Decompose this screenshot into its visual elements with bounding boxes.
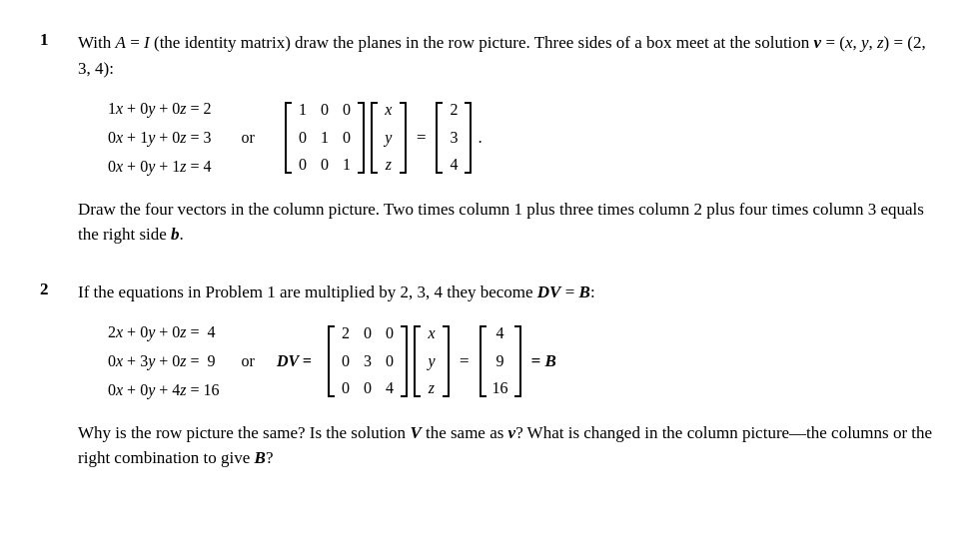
problem-1-matrix-eq: 100 010 001 x y z = [285, 95, 483, 180]
bracket-right-A [358, 102, 365, 174]
problem-number-2: 2 [40, 280, 78, 299]
vector-x2: x y z [423, 318, 441, 403]
problem-2-follow: Why is the row picture the same? Is the … [78, 420, 937, 471]
bracket-right-B [514, 325, 521, 397]
vector-x2-group: x y z [414, 318, 450, 403]
eq2-row1: 2x + 0y + 0z = 4 [108, 318, 220, 345]
problem-2-content: If the equations in Problem 1 are multip… [78, 280, 937, 475]
equals-2: = [456, 351, 474, 371]
problem-number-1: 1 [40, 30, 78, 50]
bracket-left-D [328, 325, 335, 397]
equals-1: = [413, 128, 431, 148]
problem-1-intro: With A = I (the identity matrix) draw th… [78, 30, 937, 81]
matrix-D-group: 200 030 004 [328, 318, 408, 403]
problem-1-content: With A = I (the identity matrix) draw th… [78, 30, 937, 252]
vector-B-group: 4 9 16 [480, 318, 521, 403]
or-label-1: or [236, 129, 261, 147]
matrix-A: 100 010 001 [294, 95, 356, 180]
matrix-A-group: 100 010 001 [285, 95, 365, 180]
bracket-right-b [465, 102, 472, 174]
vector-b: 2 3 4 [445, 95, 463, 180]
or-label-2: or [236, 352, 261, 370]
problem-1: 1 With A = I (the identity matrix) draw … [40, 30, 937, 252]
problem-1-follow: Draw the four vectors in the column pict… [78, 197, 937, 248]
dv-equals-label: DV = [277, 352, 312, 370]
period-1: . [478, 128, 482, 148]
problem-1-equations: 1x + 0y + 0z = 2 0x + 1y + 0z = 3 0x + 0… [108, 95, 212, 181]
equals-B-label: = B [531, 351, 556, 371]
vector-B: 4 9 16 [488, 318, 512, 403]
eq2-row3: 0x + 0y + 4z = 16 [108, 376, 220, 403]
vector-x: x y z [380, 95, 398, 180]
eq1-row2: 0x + 1y + 0z = 3 [108, 124, 212, 151]
problem-2-matrix-eq: 200 030 004 x y z = [328, 318, 556, 403]
bracket-left-B [480, 325, 487, 397]
bracket-left-b [436, 102, 443, 174]
bracket-left-A [285, 102, 292, 174]
bracket-left-x2 [414, 325, 421, 397]
problem-2: 2 If the equations in Problem 1 are mult… [40, 280, 937, 475]
bracket-left-x [371, 102, 378, 174]
bracket-right-x2 [443, 325, 450, 397]
problem-2-equations-block: 2x + 0y + 0z = 4 0x + 3y + 0z = 9 0x + 0… [108, 318, 937, 404]
eq2-row2: 0x + 3y + 0z = 9 [108, 347, 220, 374]
problem-1-equations-block: 1x + 0y + 0z = 2 0x + 1y + 0z = 3 0x + 0… [108, 95, 937, 181]
eq1-row3: 0x + 0y + 1z = 4 [108, 153, 212, 180]
vector-b-group: 2 3 4 [436, 95, 472, 180]
matrix-D: 200 030 004 [337, 318, 399, 403]
problem-2-equations: 2x + 0y + 0z = 4 0x + 3y + 0z = 9 0x + 0… [108, 318, 220, 404]
problem-2-intro: If the equations in Problem 1 are multip… [78, 280, 937, 305]
bracket-right-x [400, 102, 407, 174]
bracket-right-D [401, 325, 408, 397]
eq1-row1: 1x + 0y + 0z = 2 [108, 95, 212, 122]
vector-x-group: x y z [371, 95, 407, 180]
